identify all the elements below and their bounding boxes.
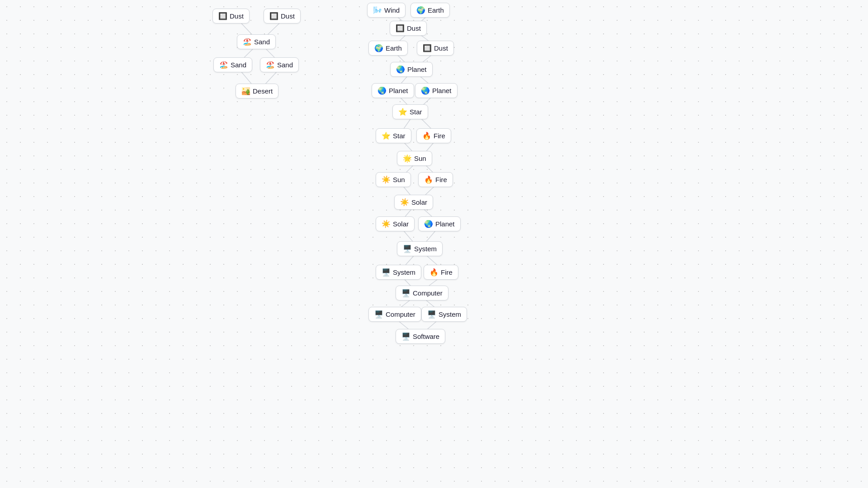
node-icon-solar1: ☀️ — [400, 198, 409, 206]
node-label-dust2: Dust — [281, 12, 295, 20]
node-label-dust4: Dust — [434, 44, 448, 52]
node-label-system3: System — [439, 310, 461, 318]
node-label-star2: Star — [393, 132, 406, 140]
node-icon-dust2: 🔲 — [269, 12, 278, 20]
node-fire1[interactable]: 🔥Fire — [416, 128, 451, 143]
node-label-planet1: Planet — [407, 66, 427, 73]
node-icon-earth2: 🌍 — [374, 44, 383, 52]
node-label-dust1: Dust — [230, 12, 244, 20]
node-sand1[interactable]: 🏖️Sand — [237, 34, 276, 49]
node-icon-sand3: 🏖️ — [266, 61, 275, 69]
canvas: 🔲Dust🔲Dust🏖️Sand🏖️Sand🏖️Sand🏜️Desert🌬️Wi… — [0, 0, 868, 488]
node-system2[interactable]: 🖥️System — [376, 265, 421, 280]
node-label-system2: System — [393, 268, 415, 276]
node-icon-sand1: 🏖️ — [243, 38, 252, 46]
node-label-sun1: Sun — [414, 155, 426, 162]
node-star2[interactable]: ⭐Star — [376, 128, 411, 143]
node-icon-sand2: 🏖️ — [219, 61, 228, 69]
node-planet1[interactable]: 🌏Planet — [390, 62, 433, 77]
node-dust2[interactable]: 🔲Dust — [264, 9, 301, 23]
node-solar2[interactable]: ☀️Solar — [376, 216, 415, 231]
node-label-computer2: Computer — [386, 310, 415, 318]
node-label-software: Software — [413, 333, 439, 340]
node-label-system1: System — [414, 245, 437, 253]
node-label-sand1: Sand — [254, 38, 270, 46]
node-label-sand2: Sand — [231, 61, 246, 69]
node-icon-planet2: 🌏 — [377, 86, 387, 95]
node-icon-computer1: 🖥️ — [401, 289, 410, 297]
node-dust1[interactable]: 🔲Dust — [212, 9, 250, 23]
node-icon-dust4: 🔲 — [423, 44, 432, 52]
node-solar1[interactable]: ☀️Solar — [394, 195, 433, 210]
node-earth2[interactable]: 🌍Earth — [368, 41, 408, 56]
node-computer1[interactable]: 🖥️Computer — [396, 286, 448, 300]
node-planet2[interactable]: 🌏Planet — [372, 83, 414, 98]
node-label-fire3: Fire — [441, 268, 453, 276]
node-icon-dust1: 🔲 — [218, 12, 227, 20]
node-sand2[interactable]: 🏖️Sand — [213, 57, 252, 72]
node-label-sun2: Sun — [393, 176, 405, 183]
node-label-solar2: Solar — [393, 220, 409, 228]
node-label-desert: Desert — [253, 87, 273, 95]
node-label-computer1: Computer — [413, 289, 443, 297]
node-icon-earth1: 🌍 — [416, 6, 425, 14]
node-icon-star2: ⭐ — [382, 131, 391, 140]
node-dust3[interactable]: 🔲Dust — [390, 21, 427, 36]
node-label-planet2: Planet — [389, 87, 408, 94]
node-planet3[interactable]: 🌏Planet — [415, 83, 458, 98]
node-icon-system1: 🖥️ — [403, 244, 412, 253]
node-label-earth2: Earth — [386, 44, 402, 52]
node-computer2[interactable]: 🖥️Computer — [368, 307, 421, 322]
node-label-planet4: Planet — [435, 220, 455, 228]
node-icon-sun1: 🌟 — [403, 154, 412, 163]
node-software[interactable]: 🖥️Software — [396, 329, 445, 344]
node-sun2[interactable]: ☀️Sun — [376, 172, 411, 187]
node-earth1[interactable]: 🌍Earth — [410, 3, 450, 18]
node-icon-fire2: 🔥 — [424, 175, 433, 184]
node-planet4[interactable]: 🌏Planet — [418, 216, 461, 231]
node-icon-software: 🖥️ — [401, 332, 410, 341]
node-icon-planet4: 🌏 — [424, 220, 433, 228]
node-system1[interactable]: 🖥️System — [397, 241, 443, 256]
node-sand3[interactable]: 🏖️Sand — [260, 57, 299, 72]
node-icon-computer2: 🖥️ — [374, 310, 383, 319]
node-icon-solar2: ☀️ — [382, 220, 391, 228]
node-system3[interactable]: 🖥️System — [421, 307, 467, 322]
node-icon-fire1: 🔥 — [422, 131, 431, 140]
node-icon-system2: 🖥️ — [382, 268, 391, 277]
node-icon-wind: 🌬️ — [373, 6, 382, 14]
node-label-earth1: Earth — [428, 6, 444, 14]
node-label-planet3: Planet — [432, 87, 452, 94]
node-icon-star1: ⭐ — [398, 108, 407, 116]
node-wind[interactable]: 🌬️Wind — [367, 3, 406, 18]
node-icon-planet1: 🌏 — [396, 65, 405, 74]
node-fire3[interactable]: 🔥Fire — [424, 265, 458, 280]
node-icon-dust3: 🔲 — [396, 24, 405, 33]
node-label-fire2: Fire — [435, 176, 447, 183]
node-icon-sun2: ☀️ — [382, 175, 391, 184]
node-icon-desert: 🏜️ — [241, 87, 250, 95]
node-label-wind: Wind — [384, 6, 400, 14]
node-label-star1: Star — [410, 108, 422, 116]
node-label-dust3: Dust — [407, 24, 421, 32]
node-star1[interactable]: ⭐Star — [392, 104, 428, 119]
node-label-sand3: Sand — [277, 61, 293, 69]
node-icon-planet3: 🌏 — [421, 86, 430, 95]
node-dust4[interactable]: 🔲Dust — [417, 41, 454, 56]
node-sun1[interactable]: 🌟Sun — [397, 151, 432, 166]
node-desert[interactable]: 🏜️Desert — [236, 84, 278, 99]
node-label-fire1: Fire — [434, 132, 445, 140]
node-label-solar1: Solar — [411, 198, 427, 206]
node-icon-fire3: 🔥 — [429, 268, 439, 277]
node-icon-system3: 🖥️ — [427, 310, 436, 319]
node-fire2[interactable]: 🔥Fire — [418, 172, 453, 187]
